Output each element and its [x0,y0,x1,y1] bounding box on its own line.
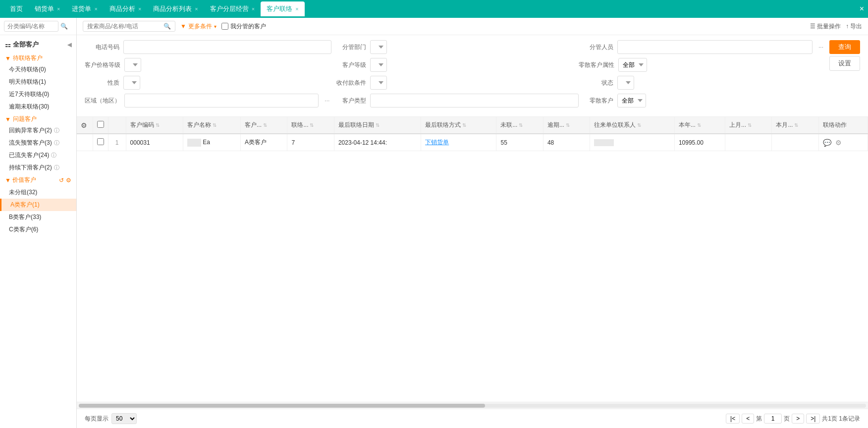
sort-icon[interactable]: ⇅ [213,122,217,128]
dots-icon[interactable]: ··· [323,97,331,104]
sidebar-group-value[interactable]: ▼ 价值客户 ↺ ⚙ [0,174,76,186]
per-page-select[interactable]: 50 100 [111,413,137,424]
refresh-icon[interactable]: ↺ [59,177,64,184]
sidebar-item-b-class[interactable]: B类客户(33) [0,211,76,223]
nav-tab-analysis[interactable]: 商品分析 × [104,1,147,16]
nature-select[interactable] [123,76,140,90]
phone-input[interactable] [123,40,331,54]
sidebar-item-repurchase-anomaly[interactable]: 回购异常客户(2) ⓘ [0,124,76,137]
row-code: 000031 [126,134,183,151]
sort-icon[interactable]: ⇅ [697,122,701,128]
chat-icon[interactable]: 💬 [823,139,831,147]
close-icon[interactable]: × [195,6,198,12]
nav-tab-customer-segment[interactable]: 客户分层经营 × [204,1,261,16]
content-area: 🔍 ▼ 更多条件 ▾ 我分管的客户 ☰ 批量操作 ↑ 导出 [77,18,868,428]
sidebar-item-c-class[interactable]: C类客户(6) [0,223,76,236]
more-filter-button[interactable]: ▼ 更多条件 ▾ [180,22,217,31]
unit-contact-placeholder [594,139,614,146]
sort-icon[interactable]: ⇅ [519,122,523,128]
retail-customer-label: 零散客户 [579,97,613,105]
sidebar-item-overdue[interactable]: 逾期未联络(30) [0,101,76,113]
table-row: 1 000031 Ea A类客户 7 2023-04-12 14:44: 下销货… [77,134,868,151]
sidebar-item-churned[interactable]: 已流失客户(24) ⓘ [0,149,76,161]
export-icon: ↑ [846,23,849,30]
sort-icon[interactable]: ⇅ [156,122,160,128]
sort-icon[interactable]: ⇅ [462,122,466,128]
scrollbar-thumb[interactable] [79,404,485,408]
query-button[interactable]: 查询 [829,40,860,54]
last-page-button[interactable]: >| [806,414,820,424]
first-page-button[interactable]: |< [726,414,740,424]
sidebar-item-today[interactable]: 今天待联络(0) [0,63,76,76]
settings-button[interactable]: 设置 [829,56,860,71]
export-button[interactable]: ↑ 导出 [846,22,862,31]
retail-customer-select[interactable]: 全部 [617,94,646,107]
sort-icon[interactable]: ⇅ [748,122,752,128]
sidebar-item-churn-warning[interactable]: 流失预警客户(3) ⓘ [0,137,76,149]
table-code-header: 客户编码 ⇅ [126,117,183,134]
prev-page-button[interactable]: < [742,414,754,424]
manager-input[interactable] [617,40,813,54]
qr-icon[interactable]: ⚙ [835,139,842,147]
table-unitcontact-header: 往来单位联系人 ⇅ [590,117,675,134]
sidebar-all-customers[interactable]: ⚏ 全部客户 ◀ [0,37,76,52]
sort-icon[interactable]: ⇅ [310,122,314,128]
nav-tab-sales[interactable]: 销货单 × [29,1,66,16]
table-lastdate-header: 最后联络日期 ⇅ [334,117,421,134]
close-icon[interactable]: × [138,6,141,12]
filter-region: 区域（地区） ··· [85,94,331,107]
sort-icon[interactable]: ⇅ [637,122,641,128]
horizontal-scrollbar[interactable] [77,402,868,409]
my-customers-checkbox[interactable]: 我分管的客户 [221,22,266,31]
close-all-button[interactable]: × [860,4,864,13]
sidebar-item-7days[interactable]: 近7天待联络(0) [0,88,76,101]
next-page-button[interactable]: > [792,414,804,424]
close-icon[interactable]: × [57,6,60,12]
gear-button[interactable]: ⚙ [81,121,87,129]
sort-icon[interactable]: ⇅ [794,122,798,128]
status-select[interactable] [617,76,634,90]
table-lastmethod-header: 最后联络方式 ⇅ [421,117,496,134]
payment-select[interactable] [370,76,387,90]
select-all-checkbox[interactable] [97,121,104,128]
dots-icon[interactable]: ··· [816,44,825,51]
sidebar-item-ungrouped[interactable]: 未分组(32) [0,186,76,199]
search-icon[interactable]: 🔍 [163,23,171,30]
row-select-checkbox[interactable] [97,138,104,145]
close-icon[interactable]: × [295,6,298,12]
page-label: 第 [756,415,762,423]
sort-icon[interactable]: ⇅ [376,122,380,128]
batch-op-button[interactable]: ☰ 批量操作 [810,22,841,31]
row-thismonth [772,134,818,151]
price-level-select[interactable] [124,58,141,72]
dept-select[interactable] [370,40,387,54]
chevron-down-icon: ▾ [214,24,217,29]
my-customers-check[interactable] [221,23,228,30]
retail-attr-select[interactable]: 全部 [618,58,647,72]
sort-icon[interactable]: ⇅ [566,122,570,128]
row-thisyear: 10995.00 [674,134,725,151]
current-page-input[interactable] [764,414,782,424]
retail-attr-label: 零散客户属性 [579,61,614,69]
sidebar-item-declining[interactable]: 持续下滑客户(2) ⓘ [0,161,76,174]
filter-action-buttons: 查询 设置 [825,40,860,111]
last-method-link[interactable]: 下销货单 [425,139,449,146]
filter-row-4: 区域（地区） ··· 客户类型 零散客户 全部 [85,94,825,107]
sidebar-item-tomorrow[interactable]: 明天待联络(1) [0,76,76,88]
filter-payment: 收付款条件 [331,76,578,90]
region-input[interactable] [124,94,319,107]
settings-icon[interactable]: ⚙ [66,177,71,184]
nav-tab-analysis-list[interactable]: 商品分析列表 × [147,1,204,16]
sidebar-item-a-class[interactable]: A类客户(1) [0,199,76,211]
close-icon[interactable]: × [252,6,255,12]
category-search-input[interactable] [4,21,58,32]
nav-tab-purchase[interactable]: 进货单 × [66,1,103,16]
close-icon[interactable]: × [94,6,97,12]
nav-tab-home[interactable]: 首页 [4,1,29,16]
search-input[interactable] [87,23,162,30]
customer-type-input[interactable] [370,94,578,107]
sort-icon[interactable]: ⇅ [263,122,267,128]
search-icon[interactable]: 🔍 [60,23,68,30]
nav-tab-customer-contact[interactable]: 客户联络 × [261,1,304,16]
customer-level-select[interactable] [370,58,387,72]
